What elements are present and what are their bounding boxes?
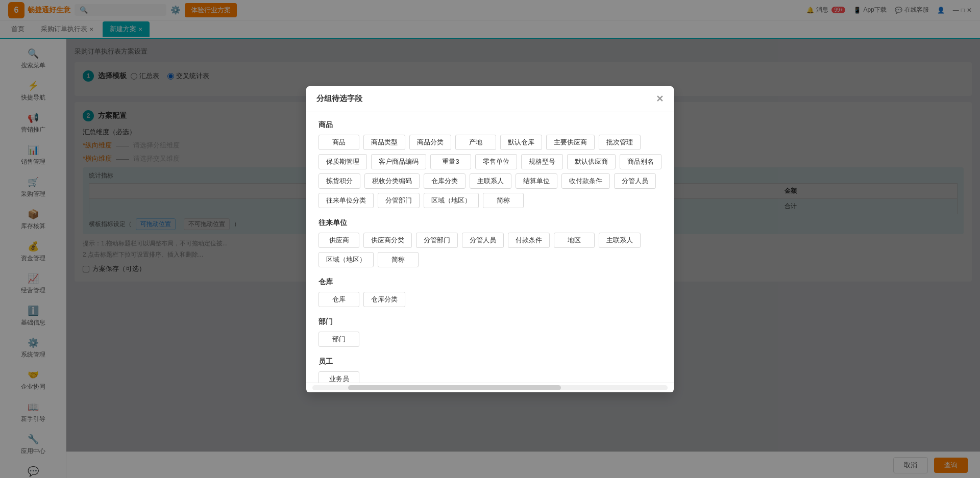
field-region-product[interactable]: 区域（地区）	[424, 193, 479, 208]
section-department: 部门 部门	[318, 317, 662, 347]
field-selection-modal: 分组待选字段 ✕ 商品 商品 商品类型 商品分类 产地 默认仓库 主要供应商 批…	[306, 86, 674, 392]
field-abbr-partner[interactable]: 简称	[378, 252, 419, 267]
modal-close-icon[interactable]: ✕	[656, 93, 664, 105]
section-product-title: 商品	[318, 120, 662, 130]
field-salesperson[interactable]: 业务员	[318, 371, 359, 383]
field-payment-terms[interactable]: 收付款条件	[561, 173, 610, 189]
section-warehouse-title: 仓库	[318, 278, 662, 287]
field-warehouse-cat[interactable]: 仓库分类	[424, 173, 465, 189]
field-supplier-cat[interactable]: 供应商分类	[363, 233, 412, 248]
employee-fields: 业务员	[318, 371, 662, 383]
department-fields: 部门	[318, 332, 662, 347]
field-pay-cond[interactable]: 付款条件	[508, 233, 550, 248]
warehouse-fields: 仓库 仓库分类	[318, 292, 662, 307]
modal-body[interactable]: 商品 商品 商品类型 商品分类 产地 默认仓库 主要供应商 批次管理 保质期管理…	[306, 112, 674, 383]
field-area[interactable]: 地区	[554, 233, 595, 248]
field-mgr-person[interactable]: 分管人员	[462, 233, 504, 248]
horizontal-scrollbar[interactable]	[312, 385, 668, 390]
modal-title: 分组待选字段	[316, 94, 362, 104]
section-product: 商品 商品 商品类型 商品分类 产地 默认仓库 主要供应商 批次管理 保质期管理…	[318, 120, 662, 208]
field-supervisor[interactable]: 分管人员	[614, 173, 656, 189]
field-expiry-mgmt[interactable]: 保质期管理	[318, 154, 367, 169]
section-employee: 员工 业务员	[318, 357, 662, 383]
field-product-alias[interactable]: 商品别名	[620, 154, 662, 169]
modal-overlay: 分组待选字段 ✕ 商品 商品 商品类型 商品分类 产地 默认仓库 主要供应商 批…	[0, 0, 980, 478]
field-warehouse-category[interactable]: 仓库分类	[363, 292, 405, 307]
product-fields: 商品 商品类型 商品分类 产地 默认仓库 主要供应商 批次管理 保质期管理 客户…	[318, 135, 662, 208]
field-product-type[interactable]: 商品类型	[363, 135, 405, 150]
section-department-title: 部门	[318, 317, 662, 326]
field-customer-code[interactable]: 客户商品编码	[371, 154, 426, 169]
field-spec-model[interactable]: 规格型号	[521, 154, 563, 169]
field-partner-type[interactable]: 往来单位分类	[318, 193, 374, 208]
field-retail-unit[interactable]: 零售单位	[475, 154, 517, 169]
field-abbr-product[interactable]: 简称	[483, 193, 524, 208]
section-partner: 往来单位 供应商 供应商分类 分管部门 分管人员 付款条件 地区 主联系人 区域…	[318, 218, 662, 267]
field-settlement-unit[interactable]: 结算单位	[516, 173, 557, 189]
field-pick-points[interactable]: 拣货积分	[318, 173, 360, 189]
field-main-contact2[interactable]: 主联系人	[599, 233, 641, 248]
field-product[interactable]: 商品	[318, 135, 359, 150]
field-default-warehouse[interactable]: 默认仓库	[500, 135, 542, 150]
field-dept-mgr[interactable]: 分管部门	[378, 193, 420, 208]
scrollbar-thumb	[348, 385, 561, 390]
field-warehouse[interactable]: 仓库	[318, 292, 359, 307]
field-department[interactable]: 部门	[318, 332, 359, 347]
section-employee-title: 员工	[318, 357, 662, 366]
field-main-contact[interactable]: 主联系人	[470, 173, 511, 189]
modal-header: 分组待选字段 ✕	[306, 86, 674, 112]
field-tax-code[interactable]: 税收分类编码	[364, 173, 420, 189]
section-partner-title: 往来单位	[318, 218, 662, 228]
partner-fields: 供应商 供应商分类 分管部门 分管人员 付款条件 地区 主联系人 区域（地区） …	[318, 233, 662, 267]
field-default-supplier[interactable]: 默认供应商	[567, 154, 616, 169]
field-origin[interactable]: 产地	[455, 135, 496, 150]
section-warehouse: 仓库 仓库 仓库分类	[318, 278, 662, 307]
field-batch-mgmt[interactable]: 批次管理	[599, 135, 641, 150]
field-region-partner[interactable]: 区域（地区）	[318, 252, 374, 267]
field-mgr-dept[interactable]: 分管部门	[416, 233, 458, 248]
field-product-category[interactable]: 商品分类	[409, 135, 451, 150]
field-main-supplier[interactable]: 主要供应商	[546, 135, 595, 150]
modal-scroll-bottom	[306, 383, 674, 392]
field-supplier[interactable]: 供应商	[318, 233, 359, 248]
field-weight3[interactable]: 重量3	[430, 154, 471, 169]
